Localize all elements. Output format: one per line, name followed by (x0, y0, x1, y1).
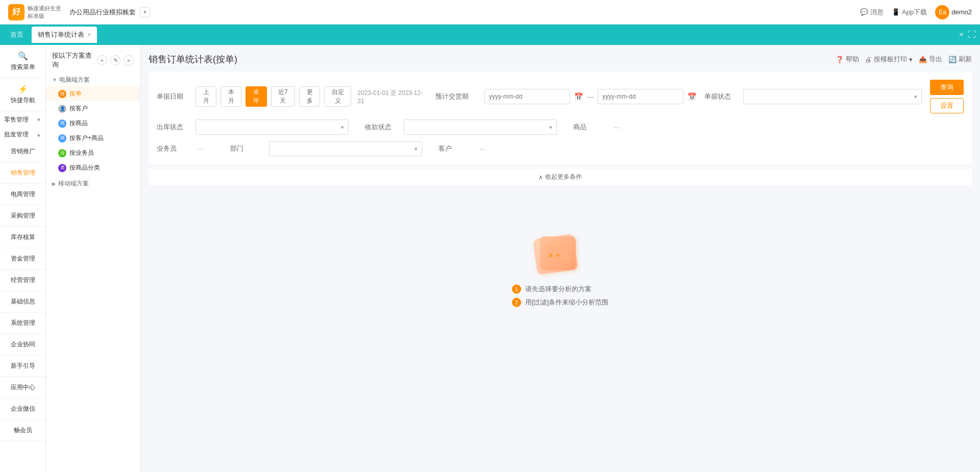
bill-status-select[interactable]: ▾ (743, 89, 922, 104)
expected-delivery-start-input[interactable] (484, 89, 570, 104)
department-select[interactable]: ▾ (269, 141, 422, 156)
help-btn[interactable]: ❓ 帮助 (836, 55, 859, 64)
customer-ellipsis-btn[interactable]: ··· (477, 145, 487, 153)
left-panel-actions: + ✎ « (97, 55, 134, 65)
bill-date-group: 上月 本月 本年 近7天 更多 自定义 2023-01-01 至 2023-12… (195, 86, 427, 107)
salesperson-ellipsis-btn[interactable]: ··· (195, 145, 206, 153)
empty-tip-2: 2 用[过滤]条件来缩小分析范围 (512, 298, 608, 307)
sidebar-item-basic[interactable]: 基础信息 (0, 291, 45, 313)
logo-area: 好 畅捷通好生意 标准版 (8, 4, 61, 20)
scheme-by-category[interactable]: 类 按商品分类 (46, 160, 140, 175)
sidebar: 🔍 搜索菜单 ⚡ 快捷导航 零售管理 ▼ 批发管理 ▲ 营销推广 销售管理 电商… (0, 45, 46, 472)
export-icon: 📤 (919, 56, 927, 63)
calendar-icon-start[interactable]: 📅 (574, 92, 583, 101)
sidebar-item-sales[interactable]: 销售管理 (0, 162, 45, 184)
user-area[interactable]: Ea demo2 (935, 5, 972, 19)
export-btn[interactable]: 📤 导出 (919, 55, 942, 64)
sidebar-item-appstore[interactable]: 应用中心 (0, 377, 45, 398)
more-btn[interactable]: 更多 (299, 86, 320, 107)
settings-btn[interactable]: 设置 (930, 98, 964, 113)
sidebar-item-wholesale[interactable]: 批发管理 ▲ (0, 126, 45, 141)
sidebar-item-newbie[interactable]: 新手引导 (0, 356, 45, 377)
tab-home[interactable]: 首页 (4, 27, 30, 43)
sidebar-item-member[interactable]: 畅会员 (0, 420, 45, 441)
sidebar-item-purchase[interactable]: 采购管理 (0, 205, 45, 227)
filter-row-1: 单据日期 上月 本月 本年 近7天 更多 自定义 2023-01-01 至 20… (157, 80, 964, 113)
tab-close-icon[interactable]: × (87, 31, 91, 38)
sidebar-item-finance[interactable]: 资金管理 (0, 248, 45, 270)
left-panel-title: 按以下方案查询 (52, 51, 97, 69)
sidebar-search[interactable]: 🔍 搜索菜单 (0, 45, 45, 78)
mobile-section-title[interactable]: ▶ 移动端方案 (46, 177, 140, 190)
chevron-down-icon: ▾ (414, 146, 418, 152)
edit-scheme-btn[interactable]: ✎ (110, 55, 120, 65)
sidebar-shortcut[interactable]: ⚡ 快捷导航 (0, 78, 45, 111)
tip-num-1: 1 (512, 285, 521, 294)
scheme-by-product[interactable]: 商 按商品 (46, 116, 140, 131)
collapse-bar[interactable]: ∧ 收起更多条件 (149, 169, 972, 185)
empty-tip-1: 1 请先选择要分析的方案 (512, 285, 608, 294)
left-panel: 按以下方案查询 + ✎ « ▼ 电脑端方案 (46, 45, 140, 472)
product-ellipsis-btn[interactable]: ··· (612, 123, 622, 131)
scheme-by-customer-product[interactable]: 商 按客户+商品 (46, 131, 140, 146)
tab-sales-order-stats[interactable]: 销售订单统计表 × (32, 27, 97, 43)
sidebar-item-system[interactable]: 系统管理 (0, 313, 45, 334)
sidebar-item-enterprise[interactable]: 企业协同 (0, 334, 45, 356)
avatar: Ea (935, 5, 949, 19)
last-month-btn[interactable]: 上月 (195, 86, 216, 107)
calendar-icon-end[interactable]: 📅 (688, 92, 696, 101)
page-title-bar: 销售订单统计表(按单) ❓ 帮助 🖨 按模板打印 ▾ 📤 导出 (149, 53, 972, 65)
scheme-by-customer[interactable]: 👤 按客户 (46, 101, 140, 116)
this-month-btn[interactable]: 本月 (220, 86, 241, 107)
app-download-btn[interactable]: 📱 App下载 (892, 8, 927, 17)
page-actions: ❓ 帮助 🖨 按模板打印 ▾ 📤 导出 🔄 刷新 (836, 55, 972, 64)
empty-illustration (530, 216, 591, 272)
sidebar-item-marketing[interactable]: 营销推广 (0, 141, 45, 162)
add-scheme-btn[interactable]: + (97, 55, 107, 65)
chevron-down-icon: ▼ (52, 77, 57, 83)
custom-btn[interactable]: 自定义 (324, 86, 351, 107)
empty-tips: 1 请先选择要分析的方案 2 用[过滤]条件来缩小分析范围 (512, 285, 608, 307)
customer-label: 客户 (438, 144, 469, 153)
query-btn[interactable]: 查询 (930, 80, 964, 95)
filter-section: 单据日期 上月 本月 本年 近7天 更多 自定义 2023-01-01 至 20… (149, 72, 972, 164)
salesperson-label: 业务员 (157, 144, 187, 153)
user-name: demo2 (951, 8, 972, 16)
sidebar-item-ecommerce[interactable]: 电商管理 (0, 184, 45, 205)
scheme-by-salesperson[interactable]: 业 按业务员 (46, 146, 140, 160)
this-year-btn[interactable]: 本年 (246, 86, 266, 107)
message-btn[interactable]: 💬 消息 (860, 8, 884, 17)
right-panel: 销售订单统计表(按单) ❓ 帮助 🖨 按模板打印 ▾ 📤 导出 (140, 45, 980, 472)
payment-status-select[interactable]: ▾ (404, 120, 557, 135)
tab-bar-right: × ⛶ (959, 30, 976, 39)
delivery-status-select[interactable]: ▾ (195, 120, 349, 135)
sidebar-item-operations[interactable]: 经营管理 (0, 270, 45, 291)
pc-section-title[interactable]: ▼ 电脑端方案 (46, 74, 140, 86)
refresh-btn[interactable]: 🔄 刷新 (948, 55, 972, 64)
sidebar-item-inventory[interactable]: 库存核算 (0, 227, 45, 248)
last-7-days-btn[interactable]: 近7天 (271, 86, 296, 107)
bill-status-label: 单据状态 (704, 92, 735, 101)
main-layout: 🔍 搜索菜单 ⚡ 快捷导航 零售管理 ▼ 批发管理 ▲ 营销推广 销售管理 电商… (0, 45, 980, 472)
print-icon: 🖨 (865, 56, 872, 63)
sidebar-item-wechat[interactable]: 企业微信 (0, 398, 45, 420)
template-print-btn[interactable]: 🖨 按模板打印 ▾ (865, 55, 913, 64)
app-download-icon: 📱 (892, 8, 900, 16)
collapse-up-icon: ∧ (538, 174, 543, 181)
content-area: 按以下方案查询 + ✎ « ▼ 电脑端方案 (46, 45, 980, 472)
search-icon: 🔍 (18, 51, 28, 61)
chevron-down-icon: ▼ (36, 117, 41, 123)
sidebar-item-retail[interactable]: 零售管理 ▼ (0, 111, 45, 126)
help-icon: ❓ (836, 56, 844, 63)
bill-date-label: 单据日期 (157, 92, 187, 101)
tab-fullscreen-btn[interactable]: ⛶ (968, 30, 976, 39)
tab-close-all-btn[interactable]: × (959, 30, 964, 39)
chevron-right-icon: ▶ (52, 181, 56, 186)
collapse-panel-btn[interactable]: « (124, 55, 134, 65)
expected-delivery-end-input[interactable] (598, 89, 683, 104)
scheme-by-order[interactable]: 按 按单 (46, 86, 140, 101)
chevron-down-icon: ▾ (341, 124, 344, 131)
dropdown-arrow[interactable]: ▾ (140, 7, 150, 17)
delivery-status-label: 出库状态 (157, 123, 187, 132)
scheme-icon: 👤 (58, 105, 66, 113)
